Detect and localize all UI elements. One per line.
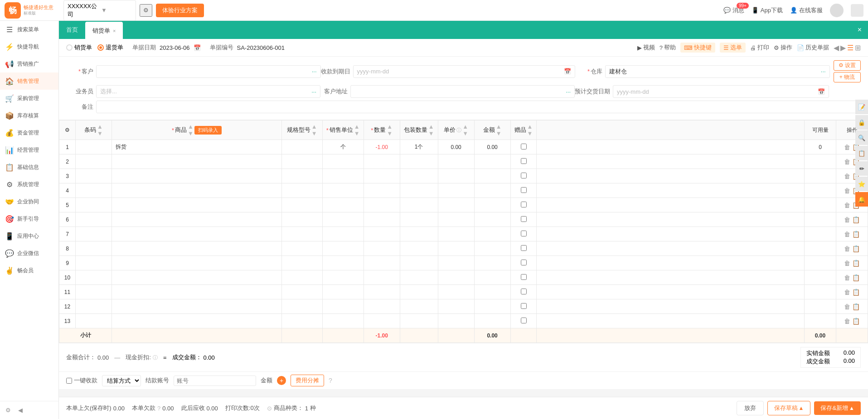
gift-checkbox[interactable] — [521, 289, 527, 294]
copy-icon[interactable]: 📋 — [852, 274, 860, 281]
cell-gift[interactable] — [510, 256, 537, 270]
cell-barcode[interactable] — [76, 241, 112, 256]
account-input[interactable] — [174, 376, 256, 386]
save-new-button[interactable]: 保存&新增 ▲ — [814, 401, 861, 415]
cell-gift[interactable] — [510, 154, 537, 169]
cell-amount[interactable] — [474, 285, 510, 299]
cell-barcode[interactable] — [76, 183, 112, 198]
customer-input[interactable]: ··· — [96, 65, 321, 78]
delete-icon[interactable]: 🗑 — [844, 245, 850, 252]
copy-icon[interactable]: 📋 — [852, 231, 860, 238]
gift-checkbox[interactable] — [521, 303, 527, 309]
cell-price[interactable] — [438, 227, 474, 241]
expected-date-input[interactable]: yyyy-mm-dd 📅 — [613, 85, 829, 98]
cell-barcode[interactable] — [76, 212, 112, 227]
cell-pack-qty[interactable] — [400, 154, 438, 169]
cell-spec[interactable] — [281, 270, 322, 285]
cell-pack-qty[interactable] — [400, 314, 438, 328]
cell-spec[interactable] — [281, 212, 322, 227]
sidebar-item-member[interactable]: ✌ 畅会员 — [0, 262, 58, 279]
cell-qty[interactable] — [364, 256, 400, 270]
cell-price[interactable] — [438, 256, 474, 270]
cell-qty[interactable] — [364, 227, 400, 241]
cell-product[interactable] — [112, 299, 282, 314]
gift-checkbox[interactable] — [521, 158, 527, 164]
cell-gift[interactable] — [510, 270, 537, 285]
cell-pack-qty[interactable] — [400, 285, 438, 299]
cell-spec[interactable] — [281, 154, 322, 169]
copy-icon[interactable]: 📋 — [852, 289, 860, 296]
sidebar-item-app-center[interactable]: 📱 应用中心 — [0, 227, 58, 245]
total-debt-help-icon[interactable]: ? — [157, 405, 160, 412]
copy-icon[interactable]: 📋 — [852, 303, 860, 310]
cell-gift[interactable] — [510, 212, 537, 227]
close-all-tabs-button[interactable]: × — [851, 26, 868, 34]
cell-spec[interactable] — [281, 183, 322, 198]
fee-button[interactable]: 费用分摊 — [291, 375, 324, 386]
cell-gift[interactable] — [510, 299, 537, 314]
cell-product[interactable] — [112, 270, 282, 285]
cell-qty[interactable] — [364, 183, 400, 198]
cell-unit[interactable] — [322, 169, 364, 183]
cell-pack-qty[interactable] — [400, 183, 438, 198]
cell-amount[interactable] — [474, 154, 510, 169]
cell-qty[interactable] — [364, 154, 400, 169]
abandon-button[interactable]: 放弃 — [737, 401, 764, 415]
sidebar-item-operations[interactable]: 📊 经营管理 — [0, 141, 58, 159]
cell-unit[interactable] — [322, 183, 364, 198]
cell-qty[interactable] — [364, 270, 400, 285]
avatar[interactable] — [830, 4, 844, 17]
prev-icon[interactable]: ◀ — [834, 43, 839, 52]
cell-product[interactable] — [112, 183, 282, 198]
copy-icon[interactable]: 📋 — [852, 216, 860, 223]
gift-checkbox[interactable] — [521, 173, 527, 178]
cell-price[interactable] — [438, 212, 474, 227]
side-btn-2[interactable]: 🔒 — [855, 115, 868, 130]
cell-qty[interactable] — [364, 285, 400, 299]
cell-product[interactable] — [112, 227, 282, 241]
tab-close-icon[interactable]: × — [113, 28, 116, 34]
cell-spec[interactable] — [281, 285, 322, 299]
cell-product[interactable]: 拆货 — [112, 140, 282, 154]
sidebar-item-marketing[interactable]: 📢 营销推广 — [0, 55, 58, 72]
gift-checkbox[interactable] — [521, 216, 527, 222]
cell-product[interactable] — [112, 285, 282, 299]
sidebar-item-fund[interactable]: 💰 资金管理 — [0, 124, 58, 141]
cell-pack-qty[interactable] — [400, 241, 438, 256]
cell-pack-qty[interactable] — [400, 256, 438, 270]
cell-unit[interactable] — [322, 299, 364, 314]
cell-spec[interactable] — [281, 241, 322, 256]
cell-gift[interactable] — [510, 241, 537, 256]
print-button[interactable]: 🖨 打印 — [750, 43, 769, 52]
delete-icon[interactable]: 🗑 — [844, 173, 850, 180]
sidebar-item-system[interactable]: ⚙ 系统管理 — [0, 176, 58, 193]
delete-icon[interactable]: 🗑 — [844, 202, 850, 209]
cell-barcode[interactable] — [76, 198, 112, 212]
cell-price[interactable] — [438, 169, 474, 183]
cell-amount[interactable] — [474, 198, 510, 212]
discount-info-icon[interactable]: ⓘ — [153, 354, 158, 361]
calendar-icon[interactable]: 📅 — [194, 44, 201, 51]
sidebar-item-enterprise[interactable]: 🤝 企业协同 — [0, 193, 58, 210]
gift-checkbox[interactable] — [521, 245, 527, 251]
cell-unit[interactable] — [322, 212, 364, 227]
fee-help-icon[interactable]: ? — [329, 377, 332, 384]
gift-checkbox[interactable] — [521, 318, 527, 323]
delete-icon[interactable]: 🗑 — [844, 318, 850, 325]
cell-product[interactable] — [112, 212, 282, 227]
delete-icon[interactable]: 🗑 — [844, 231, 850, 238]
gift-checkbox[interactable] — [521, 187, 527, 193]
cell-pack-qty[interactable] — [400, 270, 438, 285]
side-btn-orange[interactable]: 🔔 — [855, 192, 868, 207]
sidebar-item-sales[interactable]: 🏠 销售管理 — [0, 72, 58, 90]
gift-checkbox[interactable] — [521, 274, 527, 280]
cell-unit[interactable]: 个 — [322, 140, 364, 154]
logistics-button[interactable]: + 物流 — [834, 72, 861, 82]
delete-icon[interactable]: 🗑 — [844, 216, 850, 223]
delete-icon[interactable]: 🗑 — [844, 303, 850, 310]
delete-icon[interactable]: 🗑 — [844, 158, 850, 165]
side-btn-1[interactable]: 📝 — [855, 100, 868, 114]
user-menu-icon[interactable] — [851, 4, 863, 17]
delete-icon[interactable]: 🗑 — [844, 260, 850, 267]
cell-barcode[interactable] — [76, 270, 112, 285]
